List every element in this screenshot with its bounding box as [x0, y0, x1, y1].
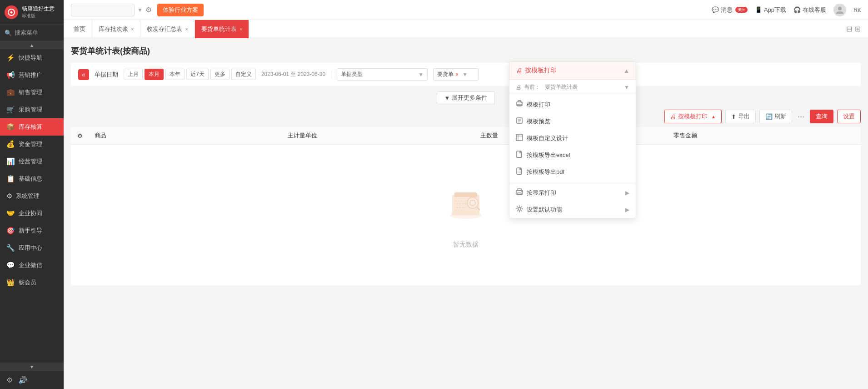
svg-rect-16 — [516, 134, 523, 141]
dropdown-item-template-print[interactable]: 模板打印 — [509, 96, 636, 113]
table-header: ⚙ 商品 主计量单位 主数量 零售金额 — [71, 127, 861, 145]
empty-text: 暂无数据 — [453, 241, 479, 249]
sidebar-item-basic[interactable]: 📋 基础信息 — [0, 170, 64, 187]
date-btn-7days[interactable]: 近7天 — [186, 69, 209, 80]
system-icon: ⚙ — [6, 192, 12, 200]
service-label: 在线客服 — [803, 6, 826, 14]
sidebar-item-label: 经营管理 — [19, 157, 42, 166]
yaohu-close[interactable]: × — [455, 71, 459, 78]
settings-btn[interactable]: 设置 — [837, 110, 861, 123]
export-btn[interactable]: ⬆ 导出 — [725, 110, 756, 123]
topbar-gear-icon[interactable]: ⚙ — [145, 5, 152, 14]
sidebar-item-operation[interactable]: 📊 经营管理 — [0, 153, 64, 170]
search-menu-btn[interactable]: 🔍 搜索菜单 — [0, 25, 64, 41]
basic-icon: 📋 — [6, 175, 15, 183]
sidebar-item-label: 基础信息 — [19, 175, 42, 183]
dropdown-item-label: 按模板导出pdf — [527, 168, 564, 176]
date-btn-this-year[interactable]: 本年 — [165, 69, 185, 80]
sidebar-item-newbie[interactable]: 🎯 新手引导 — [0, 222, 64, 239]
sidebar-scroll-down[interactable]: ▼ — [0, 363, 64, 371]
template-print-icon — [516, 100, 523, 109]
sidebar-item-wechat[interactable]: 💬 企业微信 — [0, 257, 64, 274]
sidebar-item-system[interactable]: ⚙ 系统管理 — [0, 187, 64, 205]
topbar-app-btn[interactable]: 📱 App下载 — [755, 6, 786, 14]
expand-arrow-icon: ▶ — [625, 190, 629, 196]
current-label-icon: 🖨 — [516, 84, 521, 91]
tab-order-stats[interactable]: 要货单统计表 × — [195, 20, 249, 38]
action-more-dots[interactable]: ··· — [796, 112, 806, 121]
export-excel-icon — [516, 151, 523, 159]
tab-stock-summary-label: 收发存汇总表 — [147, 25, 182, 33]
type-filter-arrow: ▼ — [418, 71, 424, 78]
sidebar-item-label: 销售管理 — [19, 88, 42, 96]
trial-btn[interactable]: 体验行业方案 — [157, 4, 204, 16]
sidebar-item-finance[interactable]: 💰 资金管理 — [0, 136, 64, 153]
data-table: ⚙ 商品 主计量单位 主数量 零售金额 — [71, 127, 861, 285]
sidebar-bottom: ⚙ 🔊 — [0, 371, 64, 389]
dropdown-item-display-print[interactable]: 按显示打印 ▶ — [509, 184, 636, 201]
sidebar-item-sales[interactable]: 💼 销售管理 — [0, 84, 64, 101]
dropdown-item-label: 模板预览 — [527, 117, 550, 126]
dropdown-expand-label: 设置默认功能 — [527, 206, 562, 214]
date-btn-last-month[interactable]: 上月 — [124, 69, 143, 80]
dropdown-item-default-settings[interactable]: 设置默认功能 ▶ — [509, 201, 636, 218]
sidebar-item-purchase[interactable]: 🛒 采购管理 — [0, 101, 64, 118]
tab-minimize-icon[interactable]: ⊟ — [846, 25, 852, 33]
action-bar: 🖨 按模板打印 ▲ ⬆ 导出 🔄 刷新 ··· 查询 设置 — [71, 110, 861, 123]
print-template-btn[interactable]: 🖨 按模板打印 ▲ — [664, 110, 722, 123]
topbar-dropdown-arrow[interactable]: ▼ — [137, 7, 143, 13]
sidebar-item-marketing[interactable]: 📢 营销推广 — [0, 66, 64, 84]
date-btn-custom[interactable]: 自定义 — [231, 69, 256, 80]
refresh-label: 刷新 — [774, 112, 786, 121]
dropdown-close-btn[interactable]: ▲ — [624, 67, 629, 74]
print-icon: 🖨 — [670, 113, 676, 120]
date-btn-more[interactable]: 更多 — [210, 69, 229, 80]
dropdown-title: 按模板打印 — [525, 66, 557, 75]
expand-more-icon: ▼ — [444, 95, 450, 101]
sidebar-item-cooperation[interactable]: 🤝 企业协同 — [0, 205, 64, 222]
tab-stock-batch-close[interactable]: × — [131, 26, 134, 32]
sidebar-scroll-up[interactable]: ▲ — [0, 41, 64, 49]
tab-maximize-icon[interactable]: ⊞ — [855, 25, 861, 33]
svg-point-1 — [838, 7, 842, 10]
topbar-service-btn[interactable]: 🎧 在线客服 — [793, 6, 826, 14]
tab-home[interactable]: 首页 — [67, 20, 92, 38]
dropdown-item-label: 按模板导出excel — [527, 151, 570, 159]
tab-stock-summary[interactable]: 收发存汇总表 × — [140, 20, 195, 38]
type-filter-select[interactable]: 单据类型 ▼ — [337, 68, 428, 81]
dropdown-item-template-preview[interactable]: 模板预览 — [509, 113, 636, 130]
empty-icon — [443, 181, 489, 235]
dropdown-header-left: 🖨 按模板打印 — [516, 66, 557, 75]
yaohu-filter[interactable]: 要货单 × ▼ — [433, 68, 479, 81]
tab-order-stats-close[interactable]: × — [239, 26, 242, 32]
current-arrow[interactable]: ▼ — [624, 84, 629, 91]
settings-icon[interactable]: ⚙ — [6, 376, 13, 384]
date-btn-this-month[interactable]: 本月 — [145, 69, 164, 80]
query-btn[interactable]: 查询 — [810, 110, 833, 123]
app-tag: 标准版 — [22, 13, 55, 19]
settings-gear-icon[interactable]: ⚙ — [77, 132, 83, 139]
dropdown-item-template-design[interactable]: 模板自定义设计 — [509, 130, 636, 147]
sidebar-item-quick-nav[interactable]: ⚡ 快捷导航 — [0, 49, 64, 66]
main-area: ▼ ⚙ 体验行业方案 💬 消息 99+ 📱 App下载 🎧 在线客服 — [64, 0, 868, 389]
dropdown-item-export-excel[interactable]: 按模板导出excel — [509, 147, 636, 163]
topbar-username[interactable]: Rit — [853, 6, 861, 13]
sidebar-item-inventory[interactable]: 📦 库存核算 — [0, 118, 64, 136]
tab-home-label: 首页 — [74, 25, 85, 33]
refresh-icon: 🔄 — [765, 113, 773, 120]
dropdown-item-export-pdf[interactable]: PDF 按模板导出pdf — [509, 163, 636, 180]
sidebar-item-appcenter[interactable]: 🔧 应用中心 — [0, 239, 64, 257]
tab-stock-batch[interactable]: 库存批次账 × — [92, 20, 140, 38]
tab-resize-area: ⊟ ⊞ — [843, 25, 864, 33]
refresh-btn[interactable]: 🔄 刷新 — [759, 110, 792, 123]
expand-more-btn[interactable]: ▼ 展开更多条件 — [437, 91, 495, 104]
expand-arrow-icon: ▶ — [625, 207, 629, 213]
filter-expand-btn[interactable]: « — [78, 69, 89, 80]
settings-label: 设置 — [843, 112, 855, 121]
sound-icon[interactable]: 🔊 — [18, 376, 27, 384]
topbar-msg-btn[interactable]: 💬 消息 99+ — [712, 6, 748, 14]
topbar-search-input[interactable] — [71, 4, 135, 16]
tab-stock-summary-close[interactable]: × — [185, 26, 188, 32]
th-checkbox: ⚙ — [71, 132, 89, 139]
sidebar-item-member[interactable]: 👑 畅会员 — [0, 274, 64, 291]
